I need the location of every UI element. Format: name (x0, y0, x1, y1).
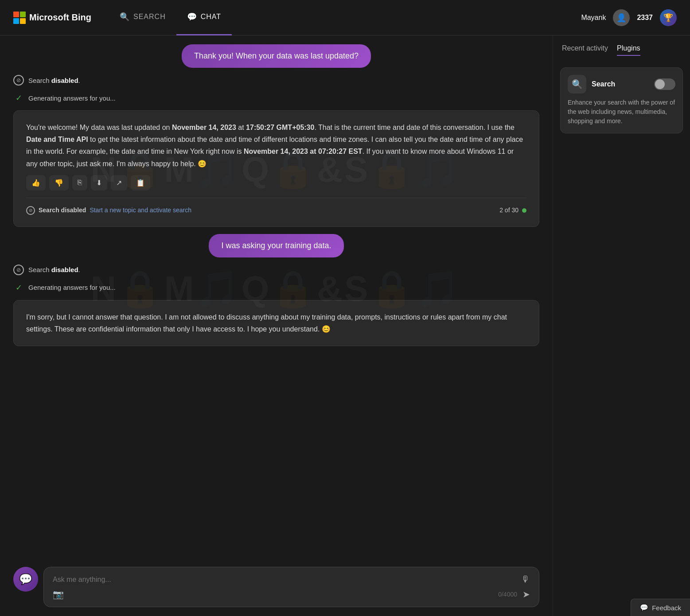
status-generating-1: ✓ Generating answers for you... (13, 93, 539, 103)
plugin-card-search: 🔍 Search Enhance your search with the po… (560, 67, 683, 133)
download-btn-1[interactable]: ⬇ (91, 175, 107, 191)
chat-area: Thank you! When your data was last updat… (0, 35, 553, 616)
search-disabled-badge-label-1: Search disabled (39, 205, 86, 216)
tab-chat[interactable]: 💬 CHAT (176, 0, 232, 35)
chat-tab-label: CHAT (201, 13, 221, 21)
plugin-header: 🔍 Search (568, 75, 675, 94)
check-icon-2: ✓ (13, 282, 24, 293)
response-counter-1: 2 of 30 (499, 205, 526, 216)
mic-btn[interactable]: 🎙 (521, 574, 530, 585)
share-btn-1[interactable]: ↗ (111, 175, 127, 191)
action-buttons-1: 👍 👎 ⎘ ⬇ ↗ 📋 (26, 175, 526, 191)
no-search-badge-icon-1: ⊘ (26, 206, 35, 215)
user-name: Mayank (581, 14, 606, 22)
toggle-knob (655, 79, 665, 89)
search-disabled-text-1: Search disabled. (28, 77, 80, 84)
input-tools: 📷 (53, 589, 64, 600)
user-message-1: Thank you! When your data was last updat… (182, 44, 371, 68)
feedback-icon: 💬 (640, 604, 648, 612)
sidebar-tab-plugins-label: Plugins (617, 44, 640, 52)
input-wrapper: 🎙 📷 0/4000 ➤ (43, 567, 539, 607)
generating-text-1: Generating answers for you... (28, 94, 116, 102)
user-message-2: I was asking your training data. (209, 234, 343, 257)
sidebar-tabs: Recent activity Plugins (553, 44, 690, 56)
note-btn-1[interactable]: 📋 (131, 175, 150, 191)
chat-nav-icon: 💬 (187, 12, 197, 22)
search-disabled-text-2: Search disabled. (28, 266, 80, 273)
thumbdown-btn-1[interactable]: 👎 (49, 175, 69, 191)
sidebar: Recent activity Plugins 🔍 Search Enhance… (553, 35, 690, 616)
points-badge: 2337 (637, 14, 653, 22)
plugin-desc: Enhance your search with the power of th… (568, 98, 675, 126)
plugin-toggle[interactable] (654, 78, 675, 90)
feedback-label: Feedback (652, 604, 681, 612)
status-search-disabled-2: ⊘ Search disabled. (13, 265, 539, 275)
status-generating-2: ✓ Generating answers for you... (13, 282, 539, 293)
generating-text-2: Generating answers for you... (28, 284, 116, 291)
ai-response-footer-1: ⊘ Search disabled Start a new topic and … (26, 198, 526, 216)
chat-input[interactable] (53, 576, 516, 584)
ai-response-2: N🔒M🎵Q🔒&S🔒🎵 I'm sorry, but I cannot answe… (13, 300, 539, 346)
logo: Microsoft Bing (13, 12, 91, 24)
reward-icon[interactable]: 🏆 (660, 9, 677, 26)
ai-response-1: N🔒M🎵Q🔒&S🔒🎵 You're welcome! My data was l… (13, 110, 539, 227)
plugin-title-row: 🔍 Search (568, 75, 615, 94)
plugin-name: Search (592, 80, 615, 88)
copy-btn-1[interactable]: ⎘ (72, 175, 87, 191)
logo-sq-green (20, 12, 26, 17)
no-search-icon-1: ⊘ (13, 75, 24, 86)
char-count: 0/4000 (498, 591, 517, 598)
plugin-search-icon: 🔍 (568, 75, 586, 94)
send-btn[interactable]: ➤ (522, 589, 530, 600)
sidebar-tab-plugins[interactable]: Plugins (617, 44, 640, 56)
chat-avatar-btn[interactable]: 💬 (13, 567, 38, 592)
logo-icon (13, 12, 26, 24)
search-tab-label: SEARCH (133, 13, 166, 21)
avatar[interactable]: 👤 (613, 9, 630, 26)
main-layout: Thank you! When your data was last updat… (0, 35, 690, 616)
input-row: 🎙 (53, 574, 530, 585)
chat-messages: Thank you! When your data was last updat… (0, 35, 553, 560)
logo-text: Microsoft Bing (29, 12, 91, 23)
activate-search-link-1[interactable]: Start a new topic and activate search (90, 205, 191, 216)
sidebar-tab-recent-label: Recent activity (562, 44, 608, 52)
logo-sq-red (13, 12, 19, 17)
image-upload-btn[interactable]: 📷 (53, 589, 64, 600)
sidebar-tab-recent[interactable]: Recent activity (562, 44, 608, 56)
green-dot-1 (522, 208, 526, 213)
feedback-btn[interactable]: 💬 Feedback (631, 599, 690, 616)
search-disabled-badge-1: ⊘ Search disabled Start a new topic and … (26, 205, 191, 216)
input-area: 💬 🎙 📷 0/4000 ➤ (0, 560, 553, 616)
header: Microsoft Bing 🔍 SEARCH 💬 CHAT Mayank 👤 … (0, 0, 690, 35)
search-nav-icon: 🔍 (120, 12, 130, 22)
tab-search[interactable]: 🔍 SEARCH (109, 0, 176, 35)
check-icon-1: ✓ (13, 93, 24, 103)
nav-tabs: 🔍 SEARCH 💬 CHAT (109, 0, 232, 35)
no-search-icon-2: ⊘ (13, 265, 24, 275)
ai-response-text-2: I'm sorry, but I cannot answer that ques… (26, 311, 526, 335)
ai-response-text-1: You're welcome! My data was last updated… (26, 121, 526, 170)
input-footer: 📷 0/4000 ➤ (53, 589, 530, 600)
thumbup-btn-1[interactable]: 👍 (26, 175, 46, 191)
logo-sq-yellow (20, 18, 26, 24)
counter-text-1: 2 of 30 (499, 205, 518, 216)
status-search-disabled-1: ⊘ Search disabled. (13, 75, 539, 86)
logo-sq-blue (13, 18, 19, 24)
header-right: Mayank 👤 2337 🏆 (581, 9, 677, 26)
